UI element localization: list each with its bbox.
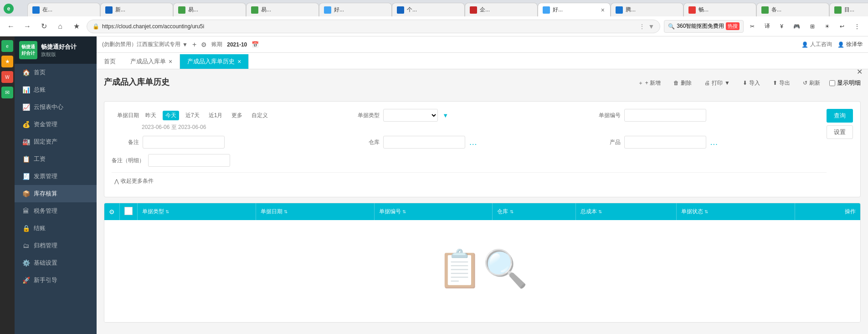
col-date[interactable]: 单据日期 ⇅ [256, 203, 374, 220]
delete-button[interactable]: 🗑 删除 [670, 77, 695, 89]
col-checkbox[interactable] [120, 203, 138, 220]
date-more[interactable]: 更多 [229, 111, 245, 120]
tab-8[interactable]: 好... × [538, 3, 611, 16]
company-settings-icon[interactable]: ⚙ [201, 41, 207, 48]
collapse-btn[interactable]: ⋀ 收起更多条件 [112, 175, 827, 188]
warehouse-more-btn[interactable]: … [469, 138, 477, 146]
import-button[interactable]: ⬇ 导入 [739, 77, 764, 89]
number-input[interactable] [624, 109, 706, 122]
sidebar-menu: 🏠 首页 📊 总账 📈 云报表中心 💰 资金管理 🏭 固定资产 [15, 64, 97, 334]
settings-btn[interactable]: 设置 [827, 125, 853, 139]
browser-logo[interactable]: e [4, 4, 14, 14]
nav-bookmark[interactable]: ★ [70, 20, 83, 33]
sidebar-item-payroll[interactable]: 📋 工资 [15, 150, 97, 168]
sidebar-item-close[interactable]: 🔒 结账 [15, 220, 97, 237]
nav-home[interactable]: ⌂ [54, 20, 67, 33]
tab-history[interactable]: 产成品入库单历史 × [180, 54, 249, 69]
sidebar-item-archive[interactable]: 🗂 归档管理 [15, 237, 97, 254]
new-button[interactable]: ＋ + 新增 [634, 77, 664, 89]
col-gear[interactable]: ⚙ [104, 203, 120, 220]
translate-tool[interactable]: 译 [761, 20, 774, 33]
export-button[interactable]: ⬆ 导出 [769, 77, 794, 89]
sidebar-item-guide[interactable]: 🚀 新手引导 [15, 272, 97, 289]
date-7days[interactable]: 近7天 [183, 111, 202, 120]
product-input[interactable] [624, 136, 706, 149]
sidebar-item-funds[interactable]: 💰 资金管理 [15, 116, 97, 133]
sidebar-item-inventory[interactable]: 📦 库存核算 [15, 185, 97, 202]
user-avatar[interactable]: 👤 徐泽华 [837, 41, 863, 48]
col-total-cost[interactable]: 总成本 ⇅ [575, 203, 676, 220]
tab-close-8[interactable]: × [600, 5, 606, 15]
tab-11[interactable]: 各... [756, 3, 829, 16]
nav-back[interactable]: ← [5, 20, 17, 33]
col-type[interactable]: 单据类型 ⇅ [138, 203, 256, 220]
icon-sidebar: e ★ W ✉ [0, 36, 15, 334]
game-tool[interactable]: 🎮 [790, 20, 804, 33]
tab-5[interactable]: 好... [319, 3, 392, 16]
nav-forward[interactable]: → [21, 20, 34, 33]
tab-list-close[interactable]: × [169, 58, 172, 65]
sidebar-item-settings[interactable]: ⚙️ 基础设置 [15, 254, 97, 272]
header-checkbox[interactable] [124, 207, 133, 215]
add-company-icon[interactable]: + [192, 41, 196, 49]
user-service[interactable]: 👤 人工咨询 [801, 41, 832, 48]
type-select[interactable] [383, 109, 438, 122]
tab-history-close[interactable]: × [237, 58, 241, 65]
tab-2[interactable]: 新... [100, 3, 173, 16]
icon-sidebar-logo[interactable]: e [1, 40, 13, 52]
breadcrumb-home[interactable]: 首页 [97, 54, 123, 69]
tab-1[interactable]: 在... [27, 3, 100, 16]
icon-sidebar-mail[interactable]: ✉ [1, 87, 13, 98]
col-warehouse[interactable]: 仓库 ⇅ [493, 203, 575, 220]
refresh-button[interactable]: ↺ 刷新 [799, 77, 824, 89]
show-detail-toggle[interactable]: 显示明细 [829, 79, 861, 87]
sidebar-item-invoice[interactable]: 🧾 发票管理 [15, 168, 97, 185]
date-1month[interactable]: 近1月 [206, 111, 226, 120]
tab-12[interactable]: 目... [829, 3, 868, 16]
company-select[interactable]: (勿删勿禁用）江西服宝测试专用 ▼ [102, 41, 188, 48]
theme-tool[interactable]: ☀ [821, 20, 833, 33]
date-custom[interactable]: 自定义 [249, 111, 271, 120]
query-button[interactable]: 查询 [827, 109, 853, 123]
date-range-display: 2023-06-06 至 2023-06-06 [142, 124, 206, 130]
product-more-btn[interactable]: … [710, 138, 718, 146]
sidebar-item-ledger[interactable]: 📊 总账 [15, 81, 97, 98]
warehouse-input[interactable] [383, 136, 465, 149]
tab-7[interactable]: 企... [465, 3, 538, 16]
nav-refresh[interactable]: ↻ [37, 20, 50, 33]
sidebar-item-reports[interactable]: 📈 云报表中心 [15, 98, 97, 116]
tab-4[interactable]: 易... [246, 3, 319, 16]
tab-10[interactable]: 畅... [683, 3, 756, 16]
tab-3[interactable]: 易... [173, 3, 246, 16]
detail-remark-input[interactable] [148, 154, 230, 167]
scissors-tool[interactable]: ✂ [746, 20, 758, 33]
remark-input[interactable] [143, 136, 225, 149]
tab-icon-11 [761, 6, 769, 14]
search-box[interactable]: 🔍 360智能抠图免费用 热搜 [664, 20, 744, 33]
tab-6[interactable]: 个... [392, 3, 465, 16]
tab-icon-9 [616, 6, 623, 14]
col-number[interactable]: 单据编号 ⇅ [374, 203, 493, 220]
date-yesterday[interactable]: 昨天 [143, 111, 159, 120]
icon-sidebar-star[interactable]: ★ [1, 56, 13, 67]
undo-tool[interactable]: ↩ [836, 20, 848, 33]
panel-close-button[interactable]: ✕ [857, 67, 863, 76]
tab-list[interactable]: 产成品入库单 × [123, 54, 180, 69]
sidebar-item-assets[interactable]: 🏭 固定资产 [15, 133, 97, 150]
tab-9[interactable]: 腾... [611, 3, 683, 16]
print-button[interactable]: 🖨 打印 ▼ [701, 77, 734, 89]
money-tool[interactable]: ¥ [776, 20, 787, 33]
collapse-label: 收起更多条件 [121, 177, 154, 185]
apps-tool[interactable]: ⊞ [806, 20, 818, 33]
show-detail-checkbox[interactable] [829, 80, 835, 86]
date-today[interactable]: 今天 [163, 111, 179, 120]
sidebar-item-home[interactable]: 🏠 首页 [15, 64, 97, 81]
col-status[interactable]: 单据状态 ⇅ [676, 203, 795, 220]
remark-field: 备注 [112, 136, 345, 149]
more-tool[interactable]: ⋮ [851, 20, 863, 33]
sidebar-item-tax[interactable]: 🏛 税务管理 [15, 202, 97, 220]
tab-icon-10 [688, 6, 696, 14]
address-bar[interactable]: 🔒 https://cloud.chanjet.com/accounting/u… [87, 20, 660, 33]
icon-sidebar-wb[interactable]: W [1, 71, 13, 83]
calendar-icon[interactable]: 📅 [252, 41, 259, 48]
